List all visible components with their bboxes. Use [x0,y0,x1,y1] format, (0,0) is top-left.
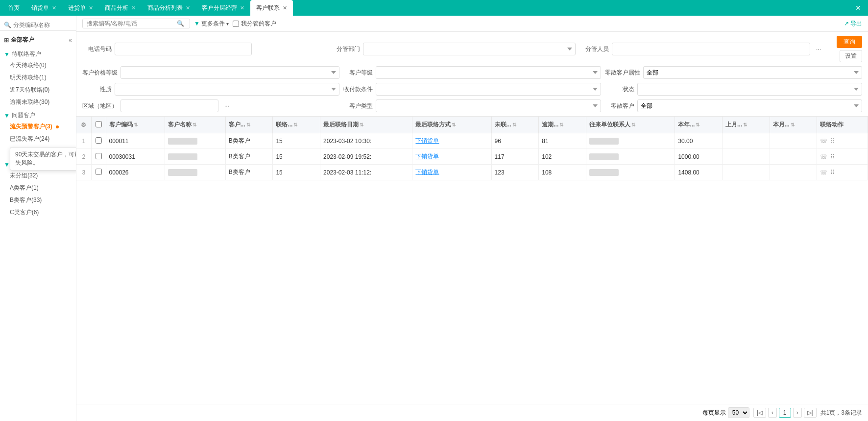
td-uncontacted-2: 117 [491,149,539,165]
filter-dept-select[interactable] [363,43,575,55]
tab-goods-analysis-list[interactable]: 商品分析列表 ✕ [142,0,196,16]
sort-icon-contact[interactable]: ⇅ [293,122,297,127]
filter-price-level-select[interactable] [121,66,339,79]
sidebar-all-customers[interactable]: ⊞ 全部客户 « [0,33,76,47]
sort-icon-this-month[interactable]: ⇅ [791,122,795,127]
tab-customer-contact[interactable]: 客户联系 ✕ [250,0,293,16]
row-checkbox-1[interactable] [96,137,102,144]
sidebar-item-7days[interactable]: 近7天待联络(0) [0,84,76,96]
sort-icon-unit[interactable]: ⇅ [631,122,635,127]
td-method-2[interactable]: 下销货单 [412,149,491,165]
query-button[interactable]: 查询 [837,36,862,48]
filter-phone-input[interactable] [115,43,252,55]
first-page-btn[interactable]: |◁ [753,408,766,418]
export-btn[interactable]: ↗ 导出 [844,20,862,28]
td-checkbox-1[interactable] [91,133,106,149]
tab-bar: 首页 销货单 ✕ 进货单 ✕ 商品分析 ✕ 商品分析列表 ✕ 客户分层经营 ✕ … [0,0,868,16]
sidebar-search-input[interactable] [13,22,72,28]
sidebar-item-churned[interactable]: 已流失客户(24) [0,133,76,145]
filter-status-label: 状态 [605,85,634,94]
tab-customer-layer[interactable]: 客户分层经营 ✕ [196,0,250,16]
method-link-1[interactable]: 下销货单 [415,137,439,144]
method-link-3[interactable]: 下销货单 [415,169,439,175]
search-input[interactable] [87,20,175,27]
settings-button[interactable]: 设置 [840,50,862,62]
filter-payment-select[interactable] [376,83,601,96]
td-method-1[interactable]: 下销货单 [412,133,491,149]
sort-icon-year[interactable]: ⇅ [696,122,699,127]
filter-zero-customer-select[interactable]: 全部 [637,99,862,112]
last-page-btn[interactable]: ▷| [804,408,817,418]
my-customers-toggle[interactable]: 我分管的客户 [233,20,276,28]
tab-sales[interactable]: 销货单 ✕ [25,0,62,16]
action-more-icon-1[interactable]: ⠿ [830,138,835,145]
td-checkbox-3[interactable] [91,165,106,180]
filter-region-input[interactable] [121,99,218,112]
action-phone-icon-1[interactable]: ☏ [820,138,827,145]
prev-page-btn[interactable]: ‹ [768,408,777,418]
tab-customer-contact-close[interactable]: ✕ [283,5,287,11]
filter-dept-label: 分管部门 [331,45,360,53]
sort-icon-uncontacted[interactable]: ⇅ [512,122,516,127]
filter-grade-select[interactable] [376,66,601,79]
sidebar-item-ungroup[interactable]: 未分组(32) [0,170,76,182]
sort-icon-last-month[interactable]: ⇅ [743,122,747,127]
tab-purchase[interactable]: 进货单 ✕ [62,0,99,16]
sidebar-item-today[interactable]: 今天待联络(0) [0,59,76,72]
action-phone-icon-2[interactable]: ☏ [820,153,827,160]
filter-status-select[interactable] [637,83,862,96]
td-date-3: 2023-02-03 11:12: [320,165,412,180]
method-link-2[interactable]: 下销货单 [415,153,439,160]
sort-icon-date[interactable]: ⇅ [360,122,363,127]
filter-zero-attr-select[interactable]: 全部 [643,66,862,79]
sidebar-group-pending[interactable]: ▼ 待联络客户 [0,47,76,59]
tab-purchase-close[interactable]: ✕ [89,5,93,11]
col-uncontacted: 未联...⇅ [491,117,539,133]
action-more-icon-2[interactable]: ⠿ [830,153,835,160]
tab-goods-analysis[interactable]: 商品分析 ✕ [99,0,142,16]
filter-ctype-label: 客户类型 [343,102,373,110]
td-method-3[interactable]: 下销货单 [412,165,491,180]
search-icon[interactable]: 🔍 [177,20,184,27]
col-settings[interactable]: ⚙ [76,117,91,133]
tab-bar-close-all[interactable]: ✕ [850,4,866,12]
sort-icon-code[interactable]: ⇅ [134,122,138,127]
sidebar-item-a-class[interactable]: A类客户(1) [0,182,76,194]
tab-home[interactable]: 首页 [2,0,25,16]
filter-more-btn[interactable]: ▼ 更多条件 ▾ [194,20,229,28]
sidebar-item-tomorrow[interactable]: 明天待联络(1) [0,72,76,84]
sidebar-item-overdue[interactable]: 逾期未联络(30) [0,96,76,108]
sort-icon-type[interactable]: ⇅ [246,122,250,127]
filter-nature-select[interactable] [115,83,339,96]
filter-grade-label: 客户等级 [343,69,373,77]
filter-manager-more[interactable]: ··· [813,44,824,54]
filter-cell-dept: 分管部门 [331,43,575,55]
filter-ctype-select[interactable] [376,99,601,112]
sort-icon-name[interactable]: ⇅ [193,122,196,127]
row-checkbox-3[interactable] [96,169,102,175]
next-page-btn[interactable]: › [793,408,802,418]
td-checkbox-2[interactable] [91,149,106,165]
tab-customer-layer-close[interactable]: ✕ [240,5,244,11]
tab-sales-close[interactable]: ✕ [52,5,56,11]
sidebar-item-churn-warning[interactable]: 流失预警客户(3) [0,121,76,133]
my-customers-checkbox[interactable] [233,21,239,27]
td-unit-3 [586,165,675,180]
col-checkbox[interactable] [91,117,106,133]
sidebar-item-b-class[interactable]: B类客户(33) [0,194,76,206]
td-type-3: B类客户 [225,165,273,180]
tab-goods-analysis-list-close[interactable]: ✕ [186,5,190,11]
page-size-select[interactable]: 50 [728,407,749,418]
filter-manager-input[interactable] [612,43,810,55]
sidebar-collapse-icon[interactable]: « [69,37,72,44]
tab-goods-analysis-close[interactable]: ✕ [131,5,136,11]
sidebar-group-problem[interactable]: ▼ 问题客户 [0,108,76,121]
action-more-icon-3[interactable]: ⠿ [830,169,835,176]
filter-region-more[interactable]: ··· [221,101,232,111]
row-checkbox-2[interactable] [96,153,102,159]
sidebar-item-c-class[interactable]: C类客户(6) [0,206,76,219]
select-all-checkbox[interactable] [96,121,102,127]
sort-icon-method[interactable]: ⇅ [452,122,456,127]
sort-icon-overdue[interactable]: ⇅ [559,122,563,127]
action-phone-icon-3[interactable]: ☏ [820,169,827,176]
